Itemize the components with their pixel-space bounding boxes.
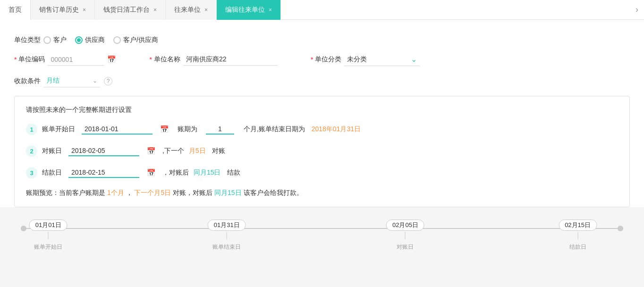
step-3-row: 3 结款日 📅 ，对账后 同月15日 结款 — [26, 167, 618, 178]
step-1-row: 1 账单开始日 📅 账期为 个月,账单结束日期为 2018年01月31日 — [26, 124, 618, 135]
step-2-row: 2 对账日 📅 ,下一个 月5日 对账 — [26, 145, 618, 157]
name-field-group: * 单位名称 — [149, 54, 277, 66]
timeline-node-2: 01月31日 账单结束日 — [208, 219, 246, 251]
step-2-highlight: 月5日 — [189, 147, 206, 155]
radio-supplier-circle — [75, 36, 83, 44]
timeline-section: 01月01日 账单开始日 01月31日 账单结束日 02月05日 对账日 02月… — [0, 215, 644, 262]
payment-chevron-icon: ⌄ — [93, 77, 97, 84]
step-1-months-input[interactable] — [206, 124, 234, 135]
step-1-suffix: 个月,账单结束日期为 — [242, 125, 307, 134]
step-1-date-input[interactable] — [82, 124, 153, 135]
category-field-group: * 单位分类 未分类 ⌄ — [311, 53, 420, 66]
step-3-prefix: ，对账后 — [161, 169, 189, 177]
tab-cash-work-close[interactable]: × — [153, 7, 157, 13]
radio-supplier-label: 供应商 — [85, 36, 105, 44]
section-title: 请按照未来的一个完整帐期进行设置 — [26, 106, 618, 114]
tab-edit-partner[interactable]: 编辑往来单位 × — [217, 0, 281, 20]
tab-home-label: 首页 — [8, 6, 22, 14]
tab-sales-history[interactable]: 销售订单历史 × — [31, 0, 95, 20]
code-input[interactable] — [48, 54, 104, 66]
code-required: * — [14, 56, 17, 63]
step-1-mid-label: 账期为 — [178, 125, 197, 134]
node-2-label: 账单结束日 — [212, 243, 241, 251]
payment-row: 收款条件 月结 ⌄ ? — [14, 75, 630, 87]
node-2-bubble: 01月31日 — [208, 219, 246, 231]
tab-edit-partner-label: 编辑往来单位 — [225, 6, 265, 14]
tab-sales-history-label: 销售订单历史 — [39, 6, 79, 14]
radio-supplier[interactable]: 供应商 — [75, 36, 105, 44]
name-required: * — [149, 56, 152, 63]
step-3-suffix: 结款 — [225, 169, 240, 177]
node-1-label: 账单开始日 — [34, 243, 62, 251]
payment-value: 月结 — [46, 76, 90, 85]
step-1-calendar-icon[interactable]: 📅 — [160, 125, 169, 134]
step-2-prefix: ,下一个 — [161, 147, 184, 155]
preview-end: 该客户会给我打款。 — [244, 189, 303, 196]
preview-sep1: ， — [126, 189, 133, 196]
payment-select[interactable]: 月结 ⌄ — [43, 75, 100, 87]
radio-both-circle — [113, 36, 121, 44]
node-3-bubble: 02月05日 — [386, 219, 424, 231]
tab-partner[interactable]: 往来单位 × — [166, 0, 217, 20]
code-field-group: * 单位编码 📅 — [14, 54, 116, 66]
payment-label: 收款条件 — [14, 77, 41, 85]
unit-type-label: 单位类型 — [14, 36, 41, 44]
tab-sales-history-close[interactable]: × — [83, 7, 86, 13]
tabs-expand-button[interactable]: › — [630, 5, 644, 15]
radio-customer[interactable]: 客户 — [43, 36, 67, 44]
step-2-calendar-icon[interactable]: 📅 — [147, 147, 156, 155]
step-2-date-input[interactable] — [68, 146, 139, 156]
settings-section: 请按照未来的一个完整帐期进行设置 1 账单开始日 📅 账期为 个月,账单结束日期… — [14, 96, 630, 207]
tab-home[interactable]: 首页 — [0, 0, 31, 20]
code-name-row: * 单位编码 📅 * 单位名称 * 单位分类 未分类 ⌄ — [14, 53, 630, 66]
step-2-label: 对账日 — [42, 147, 62, 155]
preview-p1: 1个月 — [107, 189, 124, 196]
node-4-bubble: 02月15日 — [559, 219, 597, 231]
help-icon[interactable]: ? — [104, 77, 112, 85]
radio-both-label: 客户/供应商 — [123, 36, 158, 44]
category-label: 单位分类 — [315, 55, 341, 64]
step-3-label: 结款日 — [42, 169, 62, 177]
category-value: 未分类 — [347, 55, 408, 64]
step-1-label: 账单开始日 — [42, 125, 75, 134]
tab-partner-label: 往来单位 — [174, 6, 201, 14]
radio-customer-label: 客户 — [53, 36, 67, 44]
tab-cash-work-label: 钱货日清工作台 — [103, 6, 150, 14]
timeline-node-3: 02月05日 对账日 — [386, 219, 424, 251]
step-3-calendar-icon[interactable]: 📅 — [147, 169, 156, 177]
name-input[interactable] — [183, 54, 278, 66]
radio-both[interactable]: 客户/供应商 — [113, 36, 158, 44]
preview-p3: 同月15日 — [214, 189, 242, 196]
tab-cash-work[interactable]: 钱货日清工作台 × — [95, 0, 166, 20]
code-calendar-icon[interactable]: 📅 — [107, 55, 116, 64]
category-required: * — [311, 56, 313, 63]
timeline-node-4: 02月15日 结款日 — [559, 219, 597, 251]
node-1-bubble: 01月01日 — [29, 219, 68, 231]
radio-customer-circle — [43, 36, 51, 44]
step-2-suffix: 对账 — [211, 147, 226, 155]
code-label: 单位编码 — [18, 55, 45, 64]
timeline-node-1: 01月01日 账单开始日 — [29, 219, 68, 251]
unit-type-row: 单位类型 客户 供应商 客户/供应商 — [14, 36, 630, 44]
step-1-num: 1 — [26, 124, 37, 135]
step-3-highlight: 同月15日 — [194, 169, 221, 177]
node-3-label: 对账日 — [397, 243, 414, 251]
preview-p2: 下一个月5日 — [134, 189, 171, 196]
preview-label: 账期预览：当前客户账期是 — [26, 189, 105, 196]
tab-edit-partner-close[interactable]: × — [269, 7, 272, 13]
preview-sep2: 对账，对账后 — [173, 189, 212, 196]
step-1-end-date: 2018年01月31日 — [312, 125, 361, 134]
node-4-label: 结款日 — [569, 243, 586, 251]
tabs-bar: 首页 销售订单历史 × 钱货日清工作台 × 往来单位 × 编辑往来单位 × › — [0, 0, 644, 20]
tab-partner-close[interactable]: × — [204, 7, 208, 13]
step-3-num: 3 — [26, 167, 37, 178]
category-select[interactable]: 未分类 ⌄ — [344, 53, 420, 66]
name-label: 单位名称 — [154, 55, 180, 64]
step-3-date-input[interactable] — [68, 168, 139, 178]
preview-row: 账期预览：当前客户账期是 1个月 ， 下一个月5日 对账，对账后 同月15日 该… — [26, 189, 618, 197]
unit-type-radio-group: 客户 供应商 客户/供应商 — [43, 36, 158, 44]
step-2-num: 2 — [26, 145, 37, 157]
chevron-down-icon: ⌄ — [411, 55, 417, 64]
main-content: 单位类型 客户 供应商 客户/供应商 * 单位编码 📅 * 单位名称 — [0, 20, 644, 207]
